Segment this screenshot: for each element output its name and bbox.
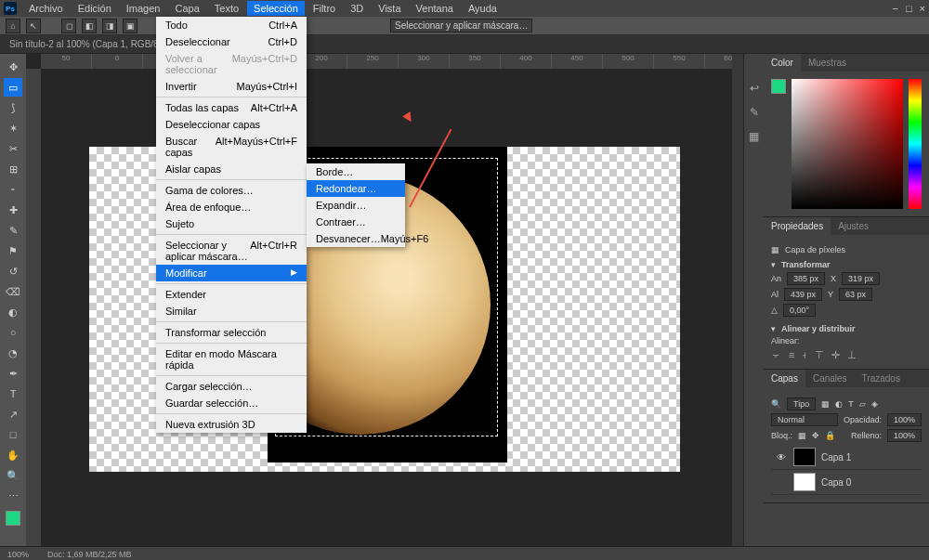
- menu-archivo[interactable]: Archivo: [22, 1, 70, 16]
- intersect-selection-icon[interactable]: ▣: [123, 19, 137, 33]
- zoom-tool[interactable]: 🔍: [4, 466, 22, 485]
- menu-item[interactable]: Contraer…: [307, 214, 405, 230]
- menu-item[interactable]: Editar en modo Máscara rápida: [156, 345, 307, 373]
- align-left-icon[interactable]: ⫟: [771, 349, 781, 361]
- tool-preset-icon[interactable]: ↖: [26, 19, 41, 33]
- maximize-button[interactable]: □: [906, 3, 912, 14]
- width-field[interactable]: 385 px: [787, 272, 825, 285]
- menu-ayuda[interactable]: Ayuda: [462, 1, 504, 16]
- history-icon[interactable]: ↩: [750, 82, 759, 95]
- close-button[interactable]: ×: [920, 3, 925, 14]
- foreground-color-swatch[interactable]: [6, 511, 20, 526]
- color-swatch[interactable]: [771, 79, 786, 94]
- add-selection-icon[interactable]: ◧: [82, 19, 97, 33]
- filter-image-icon[interactable]: ▦: [821, 399, 830, 409]
- menu-edición[interactable]: Edición: [72, 1, 118, 16]
- crop-tool[interactable]: ✂: [4, 139, 22, 158]
- menu-item[interactable]: DeseleccionarCtrl+D: [156, 33, 307, 50]
- shape-tool[interactable]: □: [4, 425, 22, 444]
- align-top-icon[interactable]: ⊤: [815, 349, 824, 361]
- menu-item[interactable]: Área de enfoque…: [156, 199, 307, 215]
- edit-toolbar[interactable]: ⋯: [4, 487, 22, 505]
- lock-all-icon[interactable]: 🔒: [825, 431, 835, 440]
- canvas-area[interactable]: 5005010015020025030035040045050055060065…: [26, 54, 732, 546]
- menu-3d[interactable]: 3D: [344, 1, 370, 16]
- gradient-tool[interactable]: ◐: [4, 303, 22, 321]
- layer-row[interactable]: Capa 0: [771, 470, 922, 495]
- menu-item[interactable]: Volver a seleccionarMayús+Ctrl+D: [156, 50, 307, 78]
- menu-item[interactable]: Buscar capasAlt+Mayús+Ctrl+F: [156, 133, 307, 161]
- eyedropper-tool[interactable]: ⁃: [4, 180, 22, 199]
- menu-item[interactable]: Sujeto: [156, 215, 307, 232]
- type-tool[interactable]: T: [4, 384, 22, 403]
- menu-item[interactable]: Transformar selección: [156, 324, 307, 341]
- menu-item[interactable]: Aislar capas: [156, 161, 307, 177]
- menu-item[interactable]: Expandir…: [307, 197, 405, 214]
- zoom-level[interactable]: 100%: [7, 550, 29, 559]
- frame-tool[interactable]: ⊞: [4, 160, 22, 178]
- visibility-icon[interactable]: 👁: [777, 452, 788, 462]
- height-field[interactable]: 439 px: [784, 288, 822, 301]
- menu-item[interactable]: Todas las capasAlt+Ctrl+A: [156, 99, 307, 116]
- hue-slider[interactable]: [909, 79, 922, 209]
- menu-item[interactable]: Modificar▶: [156, 265, 307, 281]
- layer-name[interactable]: Capa 0: [821, 477, 851, 488]
- subtract-selection-icon[interactable]: ◨: [102, 19, 117, 33]
- menu-filtro[interactable]: Filtro: [307, 1, 342, 16]
- menu-item[interactable]: Gama de colores…: [156, 182, 307, 199]
- tab-paths[interactable]: Trazados: [855, 370, 908, 387]
- tab-channels[interactable]: Canales: [805, 370, 855, 387]
- tab-color[interactable]: Color: [764, 54, 801, 72]
- home-icon[interactable]: ⌂: [6, 19, 20, 33]
- wand-tool[interactable]: ✶: [4, 119, 22, 137]
- menu-item[interactable]: TodoCtrl+A: [156, 17, 307, 33]
- layer-filter-type[interactable]: Tipo: [787, 397, 816, 410]
- align-right-icon[interactable]: ⫞: [802, 349, 807, 361]
- menu-item[interactable]: Similar: [156, 303, 307, 319]
- menu-imagen[interactable]: Imagen: [120, 1, 167, 16]
- menu-selección[interactable]: Selección: [247, 1, 305, 16]
- menu-item[interactable]: Redondear…: [307, 180, 405, 197]
- menu-vista[interactable]: Vista: [372, 1, 407, 16]
- menu-item[interactable]: Cargar selección…: [156, 378, 307, 395]
- brushes-icon[interactable]: ✎: [750, 106, 759, 119]
- opacity-field[interactable]: 100%: [887, 413, 922, 426]
- tab-swatches[interactable]: Muestras: [801, 54, 854, 72]
- align-center-h-icon[interactable]: ≡: [789, 349, 794, 361]
- menu-ventana[interactable]: Ventana: [410, 1, 460, 16]
- angle-field[interactable]: 0,00°: [783, 304, 816, 317]
- align-center-v-icon[interactable]: ✛: [831, 349, 840, 361]
- fill-field[interactable]: 100%: [887, 429, 922, 442]
- lock-pixels-icon[interactable]: ▦: [798, 431, 806, 440]
- filter-smart-icon[interactable]: ◈: [871, 399, 878, 409]
- marquee-tool[interactable]: ▭: [4, 78, 22, 97]
- menu-item[interactable]: Seleccionar y aplicar máscara…Alt+Ctrl+R: [156, 237, 307, 265]
- swatches-icon[interactable]: ▦: [749, 130, 759, 143]
- menu-item[interactable]: InvertirMayús+Ctrl+I: [156, 78, 307, 95]
- tab-layers[interactable]: Capas: [764, 370, 805, 387]
- filter-type-icon[interactable]: T: [848, 399, 854, 409]
- menu-item[interactable]: Deseleccionar capas: [156, 116, 307, 133]
- y-field[interactable]: 63 px: [839, 288, 872, 301]
- menu-capa[interactable]: Capa: [168, 1, 205, 16]
- move-tool[interactable]: ✥: [4, 58, 22, 76]
- blend-mode-select[interactable]: Normal: [771, 413, 838, 426]
- layer-name[interactable]: Capa 1: [821, 452, 851, 462]
- pen-tool[interactable]: ✒: [4, 364, 22, 383]
- minimize-button[interactable]: −: [892, 3, 897, 14]
- history-brush-tool[interactable]: ↺: [4, 262, 22, 280]
- menu-texto[interactable]: Texto: [208, 1, 245, 16]
- hand-tool[interactable]: ✋: [4, 446, 22, 464]
- x-field[interactable]: 319 px: [842, 272, 880, 285]
- menu-item[interactable]: Extender: [156, 286, 307, 303]
- tab-adjustments[interactable]: Ajustes: [831, 217, 876, 235]
- filter-adjust-icon[interactable]: ◐: [835, 399, 843, 409]
- lasso-tool[interactable]: ⟆: [4, 98, 22, 117]
- healing-tool[interactable]: ✚: [4, 201, 22, 219]
- brush-tool[interactable]: ✎: [4, 221, 22, 240]
- menu-item[interactable]: Borde…: [307, 163, 405, 180]
- dodge-tool[interactable]: ◔: [4, 344, 22, 362]
- document-tab[interactable]: Sin título-2 al 100% (Capa 1, RGB/8#) *: [0, 35, 929, 54]
- tab-properties[interactable]: Propiedades: [764, 217, 831, 235]
- select-and-mask-button[interactable]: Seleccionar y aplicar máscara…: [390, 19, 532, 33]
